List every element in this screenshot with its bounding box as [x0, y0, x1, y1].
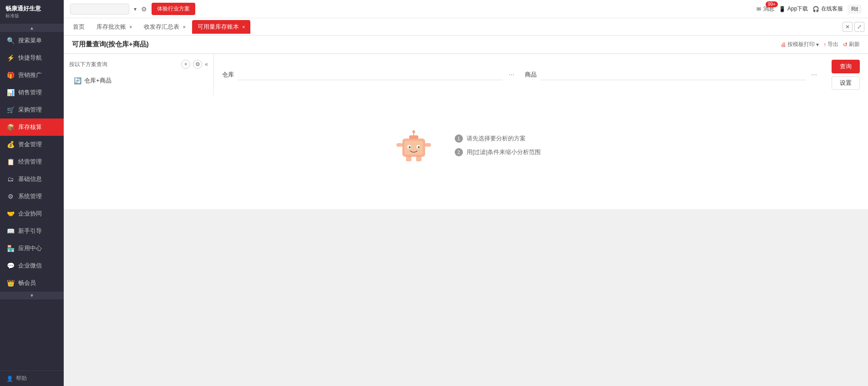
product-filter-field: 商品 ··· — [525, 69, 819, 80]
export-icon: ↑ — [823, 41, 826, 48]
main: ▾ ⚙ 体验行业方案 ✉ 消息 99+ 📱 App下载 🎧 在线客服 Rit 首… — [64, 0, 868, 386]
industry-button[interactable]: 体验行业方案 — [152, 3, 195, 15]
tab-available[interactable]: 可用量库存账本× — [192, 20, 250, 34]
product-input[interactable] — [540, 69, 806, 80]
sidebar-item-label: 营销推广 — [18, 71, 42, 79]
sidebar-scroll-down[interactable]: ▼ — [0, 292, 64, 299]
headset-icon: 🎧 — [812, 6, 819, 12]
appstore-icon: 🏪 — [6, 245, 15, 252]
sidebar-item-label: 采购管理 — [18, 106, 42, 114]
message-button[interactable]: ✉ 消息 99+ — [756, 5, 774, 13]
sidebar-item-operation[interactable]: 📋经营管理 — [0, 153, 64, 170]
print-dropdown-icon[interactable]: ▾ — [816, 41, 819, 48]
tab-close-summary[interactable]: × — [183, 24, 185, 30]
refresh-label: 刷新 — [849, 41, 860, 48]
sidebar-item-sales[interactable]: 📊销售管理 — [0, 84, 64, 101]
tab-right-actions: ✕ ⤢ — [843, 22, 864, 32]
warehouse-label: 仓库 — [222, 71, 234, 79]
tab-summary[interactable]: 收发存汇总表× — [138, 20, 191, 34]
sidebar-item-enterprise[interactable]: 🤝企业协同 — [0, 205, 64, 222]
finance-icon: 💰 — [6, 141, 15, 148]
service-button[interactable]: 🎧 在线客服 — [812, 5, 843, 13]
scheme-add-button[interactable]: + — [181, 60, 190, 69]
tab-close-batch[interactable]: × — [129, 24, 132, 30]
tip-text-1: 请先选择要分析的方案 — [467, 134, 526, 143]
scheme-icon: 🔄 — [74, 77, 81, 84]
export-button[interactable]: ↑ 导出 — [823, 41, 838, 48]
settings-button[interactable]: 设置 — [832, 76, 860, 90]
sidebar-item-finance[interactable]: 💰资金管理 — [0, 136, 64, 153]
tip-text-2: 用[过滤]条件来缩小分析范围 — [467, 148, 541, 156]
sidebar-item-shortcut[interactable]: ⚡快捷导航 — [0, 49, 64, 67]
sidebar-item-member[interactable]: 👑畅会员 — [0, 274, 64, 292]
logo-sub: 标准版 — [5, 13, 58, 19]
query-button[interactable]: 查询 — [832, 60, 860, 73]
basic-icon: 🗂 — [6, 175, 15, 183]
sidebar-item-system[interactable]: ⚙系统管理 — [0, 188, 64, 205]
query-area: 按以下方案查询 + ⚙ « 🔄仓库+商品 仓库 ··· — [64, 54, 868, 95]
empty-state: 1 请先选择要分析的方案 2 用[过滤]条件来缩小分析范围 — [64, 95, 868, 196]
warehouse-input[interactable] — [238, 69, 503, 80]
empty-row: 1 请先选择要分析的方案 2 用[过滤]条件来缩小分析范围 — [391, 123, 541, 168]
sidebar-item-search[interactable]: 🔍搜索菜单 — [0, 32, 64, 49]
sidebar-item-label: 企业微信 — [18, 262, 42, 270]
user-menu[interactable]: Rit — [848, 5, 862, 14]
topbar-dropdown[interactable]: ▾ — [134, 6, 137, 12]
export-label: 导出 — [827, 41, 838, 48]
tab-batch[interactable]: 库存批次账× — [91, 20, 137, 34]
svg-rect-9 — [396, 143, 403, 147]
svg-rect-10 — [425, 143, 431, 147]
scheme-header-actions: + ⚙ « — [181, 60, 208, 69]
svg-point-8 — [412, 130, 415, 133]
page-title: 可用量查询(按仓库+商品) — [72, 40, 149, 49]
sidebar-item-appstore[interactable]: 🏪应用中心 — [0, 240, 64, 257]
warehouse-filter-field: 仓库 ··· — [222, 69, 517, 80]
scheme-collapse-button[interactable]: « — [205, 61, 208, 67]
filter-buttons: 查询 设置 — [827, 60, 860, 90]
purchase-icon: 🛒 — [6, 106, 15, 113]
app-download-button[interactable]: 📱 App下载 — [779, 5, 808, 13]
system-icon: ⚙ — [6, 193, 15, 200]
sidebar-item-wxwork[interactable]: 💬企业微信 — [0, 257, 64, 274]
close-all-tabs-button[interactable]: ✕ — [843, 22, 853, 32]
sidebar-item-basic[interactable]: 🗂基础信息 — [0, 170, 64, 188]
inventory-icon: 📦 — [6, 124, 15, 131]
sidebar-item-purchase[interactable]: 🛒采购管理 — [0, 101, 64, 118]
sidebar-bottom[interactable]: 👤 帮助 — [0, 371, 64, 386]
tab-home[interactable]: 首页 — [67, 20, 90, 34]
sidebar-item-label: 系统管理 — [18, 192, 42, 201]
sidebar-scroll-up[interactable]: ▲ — [0, 24, 64, 32]
sidebar-item-label: 基础信息 — [18, 175, 42, 183]
sidebar-item-inventory[interactable]: 📦库存核算 — [0, 118, 64, 136]
svg-point-4 — [409, 146, 411, 148]
member-icon: 👑 — [6, 279, 15, 287]
sidebar-item-marketing[interactable]: 🎁营销推广 — [0, 67, 64, 84]
empty-tips: 1 请先选择要分析的方案 2 用[过滤]条件来缩小分析范围 — [455, 134, 541, 156]
print-button[interactable]: 🖨 按模板打印 ▾ — [781, 41, 819, 48]
svg-rect-6 — [409, 135, 418, 139]
refresh-button[interactable]: ↺ 刷新 — [843, 41, 860, 48]
marketing-icon: 🎁 — [6, 72, 15, 79]
sidebar-item-label: 新手引导 — [18, 227, 42, 235]
message-badge: 99+ — [766, 1, 778, 7]
tab-label: 首页 — [73, 23, 85, 31]
topbar-search-input[interactable] — [70, 4, 129, 15]
scheme-item-warehouse_product[interactable]: 🔄仓库+商品 — [69, 73, 208, 88]
warehouse-more-button[interactable]: ··· — [507, 71, 516, 79]
tab-close-available[interactable]: × — [242, 24, 245, 30]
page-header: 可用量查询(按仓库+商品) 🖨 按模板打印 ▾ ↑ 导出 ↺ 刷新 — [64, 36, 868, 54]
gear-icon[interactable]: ⚙ — [141, 5, 147, 13]
sidebar: 畅康通好生意 标准版 ▲ 🔍搜索菜单⚡快捷导航🎁营销推广📊销售管理🛒采购管理📦库… — [0, 0, 64, 386]
sidebar-item-newbie[interactable]: 📖新手引导 — [0, 222, 64, 240]
sidebar-item-label: 销售管理 — [18, 88, 42, 97]
sidebar-item-label: 资金管理 — [18, 140, 42, 149]
sidebar-item-label: 库存核算 — [18, 123, 42, 131]
product-more-button[interactable]: ··· — [809, 71, 819, 79]
scheme-panel-header: 按以下方案查询 + ⚙ « — [69, 60, 208, 69]
scheme-items-container: 🔄仓库+商品 — [69, 73, 208, 88]
shortcut-icon: ⚡ — [6, 54, 15, 62]
svg-rect-12 — [416, 156, 421, 161]
scheme-settings-button[interactable]: ⚙ — [193, 60, 202, 69]
sales-icon: 📊 — [6, 89, 15, 96]
expand-button[interactable]: ⤢ — [854, 22, 864, 32]
